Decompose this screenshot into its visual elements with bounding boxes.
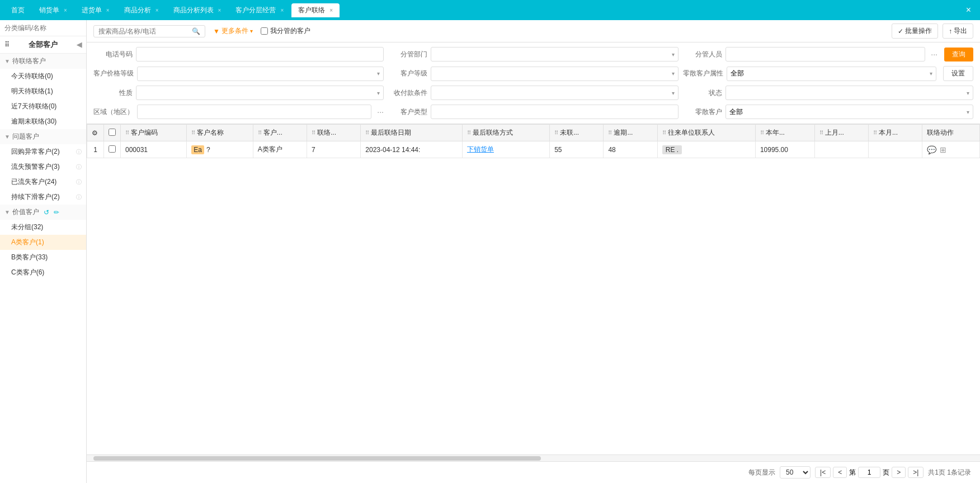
all-customers-label: 全部客户 (29, 40, 58, 50)
col-current-year[interactable]: ⠿本年... (755, 125, 814, 141)
filter-row-phone: 电话号码 (93, 47, 384, 61)
region-input[interactable] (137, 105, 371, 119)
query-button[interactable]: 查询 (944, 48, 973, 61)
row-contact-count: 7 (307, 141, 361, 158)
horizontal-scrollbar[interactable] (87, 454, 980, 461)
sidebar-item-today-pending[interactable]: 今天待联络(0) (0, 69, 86, 84)
scatter-attr-select[interactable]: 全部 ▾ (727, 67, 936, 81)
chat-action-icon[interactable]: 💬 (927, 145, 936, 154)
sidebar-item-loss-warning[interactable]: 流失预警客户(3) ⓘ (0, 159, 86, 174)
nav-customer-layer[interactable]: 客户分层经营 × (229, 3, 290, 17)
prev-page-button[interactable]: < (833, 467, 847, 478)
col-checkbox[interactable] (104, 125, 121, 141)
sidebar-item-class-a[interactable]: A类客户(1) (0, 235, 86, 250)
nav-goods-analysis-close[interactable]: × (156, 7, 159, 13)
dept-filter-select[interactable]: ▾ (431, 47, 679, 61)
search-box[interactable]: 🔍 (93, 25, 205, 37)
nav-purchase-close[interactable]: × (106, 7, 110, 13)
nav-sales-close[interactable]: × (64, 7, 67, 13)
sidebar-search-input[interactable] (4, 24, 87, 32)
batch-op-icon: ✓ (898, 27, 903, 35)
payment-select[interactable]: ▾ (431, 86, 679, 100)
last-method-link[interactable]: 下销货单 (467, 145, 494, 153)
next-page-button[interactable]: > (892, 467, 906, 478)
col-overdue-sort: ⠿ (608, 130, 612, 136)
price-level-select[interactable]: ▾ (137, 67, 384, 81)
page-number-input[interactable] (858, 467, 880, 478)
page-size-select[interactable]: 50 100 200 (780, 466, 811, 479)
qr-action-icon[interactable]: ⊞ (940, 145, 946, 154)
nav-customer-layer-close[interactable]: × (280, 7, 284, 13)
first-page-button[interactable]: |< (815, 467, 831, 478)
col-contact-person[interactable]: ⠿往来单位联系人 (657, 125, 755, 141)
row-checkbox-cell[interactable] (104, 141, 121, 158)
select-all-checkbox[interactable] (109, 129, 116, 136)
scatter-select[interactable]: 全部 ▾ (725, 105, 973, 119)
col-code[interactable]: ⠿客户编码 (121, 125, 187, 141)
window-close-button[interactable]: × (962, 3, 976, 17)
sidebar-group-pending-title[interactable]: ▼ 待联络客户 (0, 54, 86, 69)
more-filters-button[interactable]: ▼ 更多条件 ▾ (210, 25, 256, 37)
sidebar-item-repurchase-abnormal[interactable]: 回购异常客户(2) ⓘ (0, 144, 86, 159)
col-code-label: 客户编码 (131, 129, 158, 136)
export-button[interactable]: ↑ 导出 (943, 23, 973, 39)
col-contact-person-label: 往来单位联系人 (668, 129, 715, 136)
class-b-label: B类客户(33) (11, 253, 82, 262)
row-checkbox[interactable] (109, 145, 116, 153)
sidebar-item-class-c[interactable]: C类客户(6) (0, 265, 86, 280)
col-name[interactable]: ⠿客户名称 (187, 125, 253, 141)
col-last-method[interactable]: ⠿最后联络方式 (462, 125, 549, 141)
my-customers-checkbox[interactable] (261, 27, 268, 35)
manager-filter-input[interactable] (725, 47, 925, 61)
sidebar-group-problem-title[interactable]: ▼ 问题客户 (0, 129, 86, 144)
customer-type-label: 客户类型 (388, 107, 427, 117)
row-last-method[interactable]: 下销货单 (462, 141, 549, 158)
nav-customer-contact[interactable]: 客户联络 × (291, 3, 340, 17)
col-gear[interactable]: ⚙ (87, 125, 104, 141)
customer-type-input[interactable] (431, 105, 679, 119)
col-level[interactable]: ⠿客户... (253, 125, 307, 141)
batch-op-button[interactable]: ✓ 批量操作 (892, 23, 938, 39)
sidebar-collapse-button[interactable]: ◀ (77, 41, 82, 49)
sidebar-item-declining[interactable]: 持续下滑客户(2) ⓘ (0, 190, 86, 205)
col-last-month[interactable]: ⠿上月... (814, 125, 868, 141)
col-overdue[interactable]: ⠿逾期... (604, 125, 657, 141)
col-no-contact[interactable]: ⠿未联... (550, 125, 604, 141)
nav-purchase[interactable]: 进货单 × (75, 3, 116, 17)
sidebar-group-value-title[interactable]: ▼ 价值客户 ↺ ✏ (0, 205, 86, 220)
sidebar-group-problem: ▼ 问题客户 回购异常客户(2) ⓘ 流失预警客户(3) ⓘ 已流失客户(24)… (0, 129, 86, 205)
region-dots-button[interactable]: ··· (377, 107, 384, 116)
last-page-button[interactable]: >| (908, 467, 924, 478)
nav-home[interactable]: 首页 (4, 3, 31, 17)
toolbar-search-icon[interactable]: 🔍 (192, 27, 200, 35)
manager-dots-button[interactable]: ··· (931, 50, 937, 59)
customer-level-select[interactable]: ▾ (431, 67, 679, 81)
value-group-refresh-icon[interactable]: ↺ (44, 209, 49, 216)
sidebar-item-tomorrow-pending[interactable]: 明天待联络(1) (0, 84, 86, 99)
value-group-edit-icon[interactable]: ✏ (54, 209, 59, 216)
nav-goods-list[interactable]: 商品分析列表 × (167, 3, 228, 17)
nav-goods-analysis[interactable]: 商品分析 × (117, 3, 166, 17)
setting-button[interactable]: 设置 (943, 66, 973, 81)
sidebar-item-week-pending[interactable]: 近7天待联络(0) (0, 99, 86, 114)
col-current-month[interactable]: ⠿本月... (869, 125, 922, 141)
row-last-month (814, 141, 868, 158)
col-last-date[interactable]: ⠿最后联络日期 (361, 125, 463, 141)
status-select[interactable]: ▾ (725, 86, 973, 100)
phone-filter-input[interactable] (136, 47, 384, 61)
sidebar-item-ungrouped[interactable]: 未分组(32) (0, 220, 86, 235)
col-contact-count[interactable]: ⠿联络... (307, 125, 361, 141)
sidebar-all-customers[interactable]: ⠿ 全部客户 ◀ (0, 36, 86, 54)
scroll-thumb[interactable] (93, 456, 541, 461)
all-customers-icon: ⠿ (4, 41, 10, 49)
nature-select[interactable]: ▾ (136, 86, 384, 100)
sidebar-item-class-b[interactable]: B类客户(33) (0, 250, 86, 265)
my-customers-checkbox-label[interactable]: 我分管的客户 (261, 26, 310, 36)
nav-sales[interactable]: 销货单 × (32, 3, 74, 17)
search-input[interactable] (98, 27, 190, 35)
status-label: 状态 (683, 88, 722, 98)
sidebar-item-overdue[interactable]: 逾期未联络(30) (0, 114, 86, 129)
sidebar-item-lost[interactable]: 已流失客户(24) ⓘ (0, 174, 86, 190)
nav-goods-list-close[interactable]: × (218, 7, 222, 13)
nav-customer-contact-close[interactable]: × (329, 7, 333, 13)
